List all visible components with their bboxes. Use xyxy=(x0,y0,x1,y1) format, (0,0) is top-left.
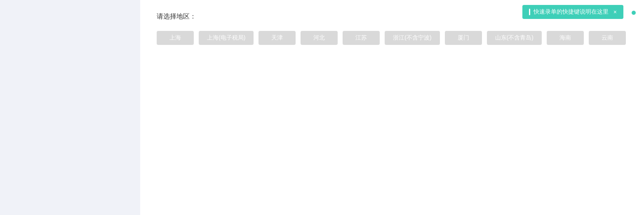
region-button-yunnan[interactable]: 云南 xyxy=(589,31,626,45)
region-button-xiamen[interactable]: 厦门 xyxy=(445,31,482,45)
region-button-shanghai-etax[interactable]: 上海(电子税局) xyxy=(199,31,254,45)
tooltip-close-button[interactable]: × xyxy=(613,9,617,15)
region-button-shanghai[interactable]: 上海 xyxy=(157,31,194,45)
region-button-hainan[interactable]: 海南 xyxy=(547,31,584,45)
region-button-shandong[interactable]: 山东(不含青岛) xyxy=(487,31,542,45)
tooltip-dot xyxy=(632,11,636,15)
main-content: 请选择地区： 上海上海(电子税局)天津河北江苏浙江(不含宁波)厦门山东(不含青岛… xyxy=(140,0,644,215)
tooltip-text: 快速录单的快捷键说明在这里 xyxy=(534,8,609,16)
region-buttons: 上海上海(电子税局)天津河北江苏浙江(不含宁波)厦门山东(不含青岛)海南云南 xyxy=(157,31,628,45)
region-button-hebei[interactable]: 河北 xyxy=(301,31,338,45)
left-sidebar xyxy=(0,0,140,215)
region-button-zhejiang[interactable]: 浙江(不含宁波) xyxy=(385,31,440,45)
tooltip-left-bar xyxy=(529,9,530,15)
region-button-tianjin[interactable]: 天津 xyxy=(259,31,296,45)
region-button-jiangsu[interactable]: 江苏 xyxy=(343,31,380,45)
tooltip-banner: 快速录单的快捷键说明在这里 × xyxy=(522,5,623,19)
